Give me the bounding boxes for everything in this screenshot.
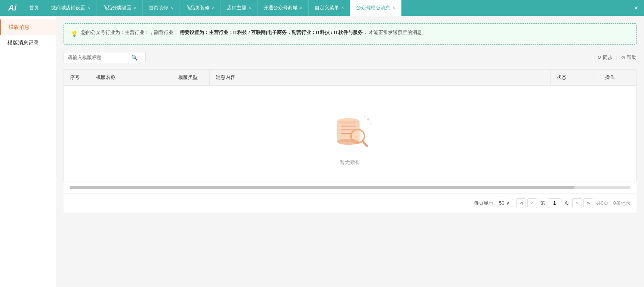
notice-box: 💡 您的公众号行业为：主营行业：，副营行业： 需要设置为：主营行业：IT科技 /…	[64, 23, 637, 45]
search-input[interactable]	[68, 55, 131, 60]
tab-product-decor[interactable]: 商品页装修 ×	[179, 0, 221, 16]
tab-store-theme[interactable]: 店铺主题 ×	[221, 0, 258, 16]
notice-text: 您的公众号行业为：主营行业：，副营行业： 需要设置为：主营行业：IT科技 / 互…	[81, 29, 427, 37]
app-logo: Ai	[3, 3, 22, 13]
per-page-select[interactable]: 50 ∨	[496, 199, 513, 207]
sync-icon: ↻	[597, 55, 601, 60]
help-icon: ⊙	[621, 55, 625, 60]
svg-point-11	[364, 116, 366, 117]
scroll-thumb	[70, 186, 574, 189]
tab-close-shop-setting[interactable]: ×	[87, 5, 90, 10]
toolbar-divider: |	[616, 55, 617, 60]
tab-open-mall[interactable]: 开通公众号商城 ×	[258, 0, 309, 16]
empty-state: 暂无数据	[64, 86, 636, 181]
tab-home-decor[interactable]: 首页装修 ×	[143, 0, 179, 16]
help-button[interactable]: ⊙ 帮助	[621, 54, 637, 61]
tab-shop-setting[interactable]: 微商城店铺设置 ×	[45, 0, 96, 16]
page-size-select: 每页显示 50 ∨	[474, 199, 513, 207]
empty-text: 暂无数据	[340, 159, 361, 166]
svg-point-10	[370, 123, 372, 125]
page-input[interactable]	[548, 198, 561, 208]
tab-close-custom-menu[interactable]: ×	[341, 5, 344, 10]
tab-close-home-decor[interactable]: ×	[170, 5, 173, 10]
prev-page-button[interactable]: ‹	[527, 198, 537, 208]
sidebar: 模版消息 模版消息记录	[0, 16, 56, 287]
empty-illustration	[328, 108, 373, 153]
notice-icon: 💡	[71, 29, 78, 39]
page-unit: 页	[564, 200, 569, 207]
tab-custom-menu[interactable]: 自定义菜单 ×	[309, 0, 350, 16]
scrollbar-area	[64, 181, 637, 193]
page-nav: ⊲ ‹ 第 页 › ⊳	[516, 198, 593, 208]
svg-point-9	[367, 118, 369, 120]
total-info: 共0页，0条记录	[596, 200, 631, 207]
sync-button[interactable]: ↻ 同步	[597, 54, 613, 61]
sidebar-item-template-msg-log[interactable]: 模版消息记录	[0, 35, 56, 51]
data-table: 序号 模版名称 模版类型 消息内容 状态 操作	[64, 69, 637, 181]
toolbar-right: ↻ 同步 | ⊙ 帮助	[597, 54, 637, 61]
col-header-index: 序号	[64, 69, 90, 85]
chevron-down-icon: ∨	[506, 200, 510, 206]
main-layout: 模版消息 模版消息记录 💡 您的公众号行业为：主营行业：，副营行业： 需要设置为…	[0, 16, 644, 287]
last-page-button[interactable]: ⊳	[583, 198, 593, 208]
per-page-label: 每页显示	[474, 200, 493, 207]
per-page-value: 50	[499, 200, 504, 206]
sidebar-item-template-msg[interactable]: 模版消息	[0, 19, 56, 35]
search-bar: 🔍 ↻ 同步 | ⊙ 帮助	[64, 52, 637, 63]
page-label: 第	[540, 200, 545, 207]
tab-category-setting[interactable]: 商品分类设置 ×	[96, 0, 143, 16]
col-header-action: 操作	[599, 69, 637, 85]
scroll-track[interactable]	[70, 186, 631, 189]
tab-home[interactable]: 首页	[23, 0, 45, 16]
content-area: 💡 您的公众号行业为：主营行业：，副营行业： 需要设置为：主营行业：IT科技 /…	[56, 16, 644, 287]
tab-close-product-decor[interactable]: ×	[212, 5, 215, 10]
svg-point-7	[353, 132, 362, 141]
col-header-name: 模版名称	[90, 69, 172, 85]
tab-bar: Ai 首页 微商城店铺设置 × 商品分类设置 × 首页装修 × 商品页装修 × …	[0, 0, 644, 16]
search-input-wrap: 🔍	[64, 52, 146, 63]
tab-close-category-setting[interactable]: ×	[134, 5, 136, 10]
col-header-type: 模版类型	[172, 69, 210, 85]
col-header-content: 消息内容	[210, 69, 551, 85]
pagination: 每页显示 50 ∨ ⊲ ‹ 第 页 › ⊳ 共0页，0条记录	[64, 193, 637, 213]
tab-template-msg[interactable]: 公众号模版消息 ×	[350, 0, 401, 16]
tab-close-template-msg[interactable]: ×	[392, 5, 395, 10]
tab-close-open-mall[interactable]: ×	[300, 5, 302, 10]
svg-line-8	[363, 141, 367, 146]
search-icon[interactable]: 🔍	[131, 55, 138, 61]
tab-bar-close-button[interactable]: ×	[631, 4, 641, 12]
col-header-status: 状态	[551, 69, 599, 85]
next-page-button[interactable]: ›	[572, 198, 582, 208]
first-page-button[interactable]: ⊲	[516, 198, 526, 208]
tab-close-store-theme[interactable]: ×	[249, 5, 251, 10]
